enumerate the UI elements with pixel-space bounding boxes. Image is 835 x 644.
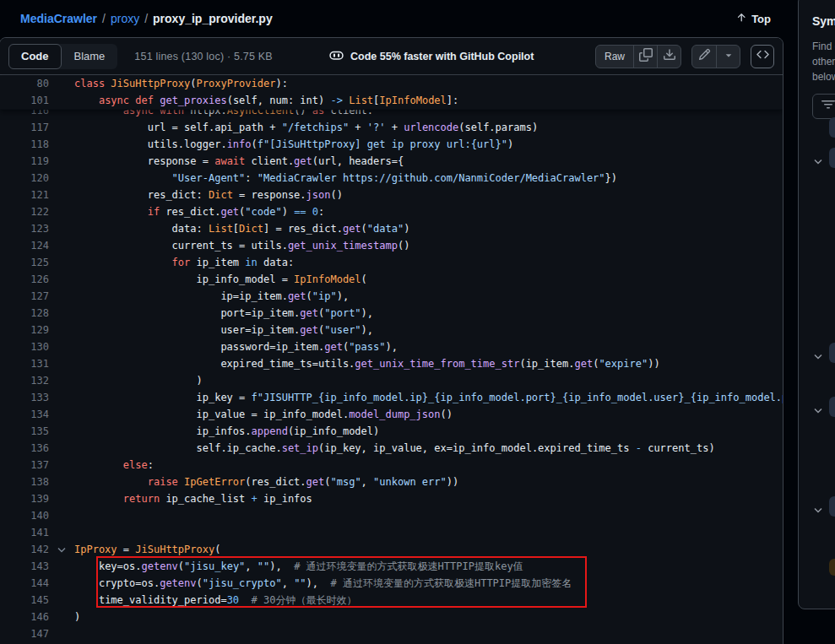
edit-dropdown-button[interactable]: [716, 46, 740, 68]
top-link-label: Top: [751, 13, 771, 25]
code-line: 146): [0, 609, 783, 625]
line-number[interactable]: 138: [0, 474, 49, 490]
line-number[interactable]: 131: [0, 355, 49, 372]
edit-button-group: [691, 45, 740, 68]
code-line: 121 res_dict: Dict = response.json(): [0, 187, 783, 203]
symbol-pill[interactable]: [829, 397, 835, 417]
code-line: 120 "User-Agent": "MediaCrawler https://…: [0, 170, 783, 187]
sticky-context-lines: 80class JiSuHttpProxy(ProxyProvider):101…: [0, 75, 783, 110]
code-line: 142IpProxy = JiSuHttpProxy(: [0, 541, 783, 558]
line-number[interactable]: 141: [0, 524, 49, 541]
breadcrumb-file-name: proxy_ip_provider.py: [153, 12, 273, 25]
chevron-down-icon[interactable]: [814, 402, 822, 417]
breadcrumb-separator: /: [102, 12, 106, 25]
line-number[interactable]: 146: [0, 609, 49, 625]
line-number[interactable]: 139: [0, 490, 49, 507]
back-to-top-link[interactable]: Top: [735, 12, 771, 26]
file-toolbar: Code Blame 151 lines (130 loc) · 5.75 KB…: [0, 38, 783, 75]
line-number[interactable]: 101: [0, 92, 49, 109]
code-line: 138 raise IpGetError(res_dict.get("msg",…: [0, 474, 783, 490]
edit-file-button[interactable]: [692, 46, 716, 68]
line-number[interactable]: 128: [0, 305, 49, 322]
code-line: 128 port=ip_item.get("port"),: [0, 305, 783, 322]
symbol-pill[interactable]: [829, 117, 835, 138]
line-number[interactable]: 124: [0, 237, 49, 254]
line-number[interactable]: 142: [0, 541, 49, 558]
symbol-list-item[interactable]: [799, 555, 835, 579]
code-viewer: 116 async with httpx.AsyncClient() as cl…: [0, 75, 783, 644]
breadcrumb-repo-link[interactable]: MediaCrawler: [20, 12, 97, 25]
symbol-list-item[interactable]: [799, 495, 835, 518]
breadcrumb-folder-link[interactable]: proxy: [111, 12, 139, 25]
chevron-down-icon[interactable]: [814, 348, 822, 363]
line-number[interactable]: 80: [0, 75, 49, 92]
copy-raw-button[interactable]: [633, 46, 657, 68]
line-number[interactable]: 129: [0, 322, 49, 338]
chevron-down-icon[interactable]: [814, 153, 822, 168]
symbols-panel-heading: Symbols: [812, 14, 835, 28]
line-number[interactable]: 120: [0, 170, 49, 187]
line-number[interactable]: 126: [0, 271, 49, 288]
line-number[interactable]: 130: [0, 338, 49, 355]
symbol-list-item[interactable]: [799, 116, 835, 139]
line-number[interactable]: 135: [0, 423, 49, 440]
line-number[interactable]: 123: [0, 220, 49, 237]
line-number[interactable]: 125: [0, 254, 49, 271]
toolbar-actions: Raw: [595, 45, 774, 68]
code-line: 125 for ip_item in data:: [0, 254, 783, 271]
symbol-list-item[interactable]: [799, 146, 835, 170]
line-number[interactable]: 117: [0, 119, 49, 136]
caret-down-icon: [723, 49, 735, 64]
breadcrumb-row: MediaCrawler / proxy / proxy_ip_provider…: [0, 0, 789, 37]
code-lines: 116 async with httpx.AsyncClient() as cl…: [0, 102, 783, 642]
symbols-description-line: below or in the code.: [812, 69, 835, 84]
code-line: 137 else:: [0, 457, 783, 474]
symbol-list-item[interactable]: [799, 395, 835, 419]
line-number[interactable]: 145: [0, 592, 49, 609]
code-line: 133 ip_key = f"JISUHTTP_{ip_info_model.i…: [0, 389, 783, 406]
line-number[interactable]: 137: [0, 457, 49, 474]
symbol-pill[interactable]: [829, 559, 835, 576]
line-number[interactable]: 140: [0, 507, 49, 524]
symbol-pill[interactable]: [829, 343, 835, 363]
line-number[interactable]: 144: [0, 575, 49, 592]
breadcrumb: MediaCrawler / proxy / proxy_ip_provider…: [20, 12, 273, 25]
copilot-icon: [329, 48, 344, 65]
file-view-card: Code Blame 151 lines (130 loc) · 5.75 KB…: [0, 37, 783, 644]
pencil-icon: [698, 48, 711, 64]
line-number[interactable]: 134: [0, 406, 49, 423]
line-number[interactable]: 132: [0, 372, 49, 389]
tab-blame[interactable]: Blame: [62, 44, 118, 69]
download-raw-button[interactable]: [657, 46, 680, 68]
symbol-pill[interactable]: [829, 496, 835, 517]
line-number[interactable]: 133: [0, 389, 49, 406]
symbol-pill[interactable]: [829, 148, 835, 168]
collapse-chevron-icon[interactable]: [49, 541, 74, 558]
symbols-description-line: Find definitions and references for func…: [812, 39, 835, 54]
code-line: 141: [0, 524, 783, 541]
line-number[interactable]: 119: [0, 153, 49, 170]
line-number[interactable]: 136: [0, 440, 49, 457]
code-line: 143 key=os.getenv("jisu_key", ""), # 通过环…: [0, 558, 783, 575]
code-line: 126 ip_info_model = IpInfoModel(: [0, 271, 783, 288]
code-line: 136 self.ip_cache.set_ip(ip_key, ip_valu…: [0, 440, 783, 457]
line-number[interactable]: 147: [0, 625, 49, 642]
line-number[interactable]: 127: [0, 288, 49, 305]
line-number[interactable]: 118: [0, 136, 49, 153]
code-line: 80class JiSuHttpProxy(ProxyProvider):: [0, 75, 783, 92]
chevron-down-icon[interactable]: [814, 501, 822, 517]
line-number[interactable]: 121: [0, 187, 49, 203]
line-number[interactable]: 143: [0, 558, 49, 575]
code-line: 135 ip_infos.append(ip_info_model): [0, 423, 783, 440]
breadcrumb-separator: /: [144, 12, 148, 25]
code-line: 134 ip_value = ip_info_model.model_dump_…: [0, 406, 783, 423]
raw-button[interactable]: Raw: [596, 46, 633, 68]
copilot-banner[interactable]: Code 55% faster with GitHub Copilot: [329, 38, 534, 75]
symbols-panel-description: Find definitions and references for func…: [812, 39, 835, 84]
symbol-list-item[interactable]: [799, 341, 835, 365]
symbols-panel-toggle-button[interactable]: [751, 45, 774, 68]
code-line: 130 password=ip_item.get("pass"),: [0, 338, 783, 355]
line-number[interactable]: 122: [0, 203, 49, 220]
tab-code[interactable]: Code: [8, 44, 62, 69]
code-line: 117 url = self.api_path + "/fetchips" + …: [0, 119, 783, 136]
